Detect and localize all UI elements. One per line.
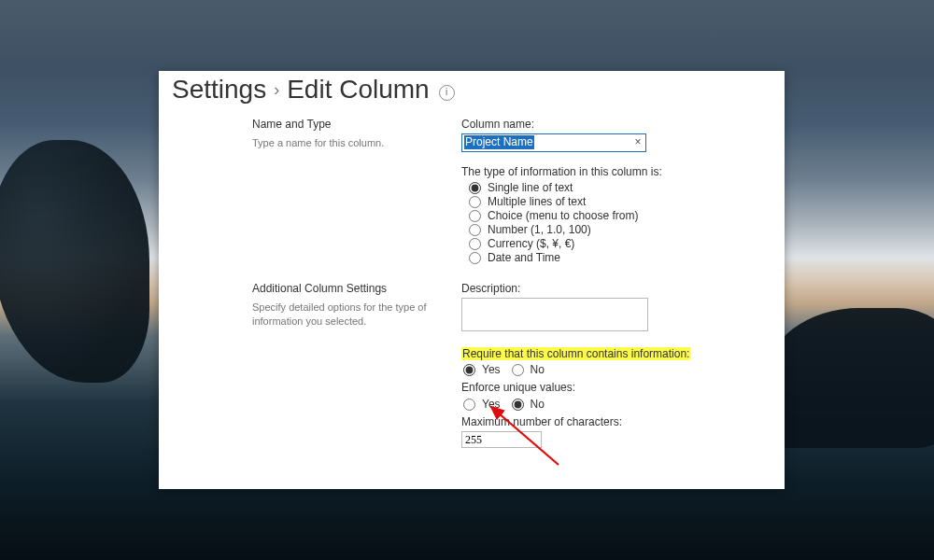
radio-label: Date and Time bbox=[488, 251, 560, 264]
column-type-option[interactable]: Single line of text bbox=[469, 181, 768, 194]
max-chars-input[interactable] bbox=[461, 431, 542, 448]
section-name-and-type-fields: Column name: Project Name × The type of … bbox=[461, 118, 768, 265]
column-name-label: Column name: bbox=[461, 118, 768, 131]
wallpaper-shape bbox=[0, 140, 149, 383]
section-help-text: Specify detailed options for the type of… bbox=[252, 301, 439, 329]
column-name-input[interactable] bbox=[461, 133, 646, 152]
column-type-option[interactable]: Currency ($, ¥, €) bbox=[469, 237, 768, 250]
column-type-option[interactable]: Number (1, 1.0, 100) bbox=[469, 223, 768, 236]
radio-label: Choice (menu to choose from) bbox=[488, 209, 638, 222]
column-type-option[interactable]: Choice (menu to choose from) bbox=[469, 209, 768, 222]
breadcrumb: Settings › Edit Column i bbox=[159, 71, 785, 114]
column-type-radio-group: Single line of textMultiple lines of tex… bbox=[469, 181, 768, 264]
section-name-and-type: Name and Type Type a name for this colum… bbox=[252, 118, 439, 265]
description-textarea[interactable] bbox=[461, 298, 648, 331]
max-chars-label: Maximum number of characters: bbox=[461, 415, 768, 428]
radio-label: Multiple lines of text bbox=[488, 195, 586, 208]
column-type-option[interactable]: Multiple lines of text bbox=[469, 195, 768, 208]
breadcrumb-settings-link[interactable]: Settings bbox=[172, 77, 266, 103]
require-yes-radio[interactable]: Yes bbox=[463, 363, 501, 376]
page-title: Edit Column bbox=[287, 77, 430, 103]
section-additional-settings: Additional Column Settings Specify detai… bbox=[252, 282, 439, 448]
radio-label: Yes bbox=[482, 363, 501, 376]
radio-label: Yes bbox=[482, 398, 501, 411]
edit-column-window: Settings › Edit Column i Name and Type T… bbox=[159, 71, 785, 489]
clear-input-icon[interactable]: × bbox=[631, 135, 644, 148]
breadcrumb-separator-icon: › bbox=[272, 81, 281, 98]
unique-no-radio[interactable]: No bbox=[512, 398, 545, 411]
require-no-radio[interactable]: No bbox=[512, 363, 545, 376]
info-icon[interactable]: i bbox=[439, 85, 455, 101]
type-info-label: The type of information in this column i… bbox=[461, 165, 768, 178]
unique-yes-radio[interactable]: Yes bbox=[463, 398, 501, 411]
wallpaper-shape bbox=[766, 308, 934, 448]
section-title: Additional Column Settings bbox=[252, 282, 439, 295]
section-title: Name and Type bbox=[252, 118, 439, 131]
desktop-wallpaper: Settings › Edit Column i Name and Type T… bbox=[0, 0, 934, 560]
section-help-text: Type a name for this column. bbox=[252, 136, 439, 150]
description-label: Description: bbox=[461, 282, 768, 295]
column-type-option[interactable]: Date and Time bbox=[469, 251, 768, 264]
radio-label: Single line of text bbox=[488, 181, 573, 194]
radio-label: No bbox=[531, 363, 545, 376]
radio-label: No bbox=[531, 398, 545, 411]
enforce-unique-label: Enforce unique values: bbox=[461, 381, 768, 394]
radio-label: Number (1, 1.0, 100) bbox=[488, 223, 591, 236]
section-additional-settings-fields: Description: Require that this column co… bbox=[461, 282, 768, 448]
radio-label: Currency ($, ¥, €) bbox=[488, 237, 574, 250]
require-info-label: Require that this column contains inform… bbox=[461, 347, 768, 360]
